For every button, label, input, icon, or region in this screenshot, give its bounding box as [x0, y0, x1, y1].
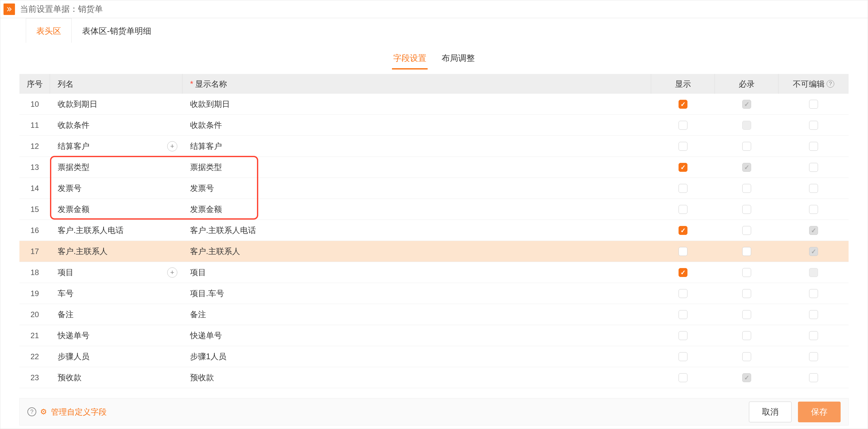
row-column-name: 客户.主联系人电话: [50, 220, 182, 240]
expand-toggle[interactable]: [3, 3, 15, 15]
row-index: 21: [20, 325, 50, 346]
sub-tab-1[interactable]: 布局调整: [440, 49, 476, 69]
show-checkbox[interactable]: [679, 226, 687, 235]
row-index: 13: [20, 157, 50, 177]
row-required-cell: [715, 262, 778, 283]
row-required-cell: [715, 241, 778, 262]
required-checkbox[interactable]: [742, 205, 751, 214]
noedit-checkbox[interactable]: [809, 289, 818, 298]
table-row: 20备注备注: [20, 304, 848, 325]
th-display-name-text: 显示名称: [195, 79, 227, 89]
required-checkbox[interactable]: [742, 310, 751, 319]
show-checkbox[interactable]: [679, 163, 687, 172]
row-display-name[interactable]: 票据类型: [182, 157, 651, 177]
show-checkbox[interactable]: [679, 100, 687, 109]
row-display-name[interactable]: 发票金额: [182, 199, 651, 220]
row-column-name: 票据类型: [50, 157, 182, 177]
required-checkbox[interactable]: [742, 226, 751, 235]
row-column-name: 备注: [50, 304, 182, 325]
row-display-name[interactable]: 项目.车号: [182, 283, 651, 304]
row-display-name[interactable]: 预收款: [182, 367, 651, 388]
row-column-name: 项目+: [50, 262, 182, 283]
row-display-name[interactable]: 步骤1人员: [182, 346, 651, 367]
show-checkbox[interactable]: [679, 247, 687, 256]
noedit-checkbox: [809, 268, 818, 277]
row-display-name[interactable]: 客户.主联系人电话: [182, 220, 651, 240]
help-icon[interactable]: ?: [827, 80, 834, 88]
manage-custom-fields-link[interactable]: ? ⚙ 管理自定义字段: [27, 407, 107, 417]
row-noedit-cell: [778, 115, 848, 136]
add-sub-field-button[interactable]: +: [167, 267, 177, 278]
table-row: 14发票号发票号: [20, 178, 848, 199]
row-index: 17: [20, 241, 50, 262]
noedit-checkbox[interactable]: [809, 184, 818, 193]
show-checkbox[interactable]: [679, 373, 687, 382]
row-column-name: 发票金额: [50, 199, 182, 220]
show-checkbox[interactable]: [679, 331, 687, 340]
row-display-name[interactable]: 项目: [182, 262, 651, 283]
required-checkbox[interactable]: [742, 268, 751, 277]
save-button[interactable]: 保存: [798, 402, 841, 422]
row-index: 11: [20, 115, 50, 136]
cancel-button[interactable]: 取消: [749, 402, 792, 422]
show-checkbox[interactable]: [679, 352, 687, 361]
row-show-cell: [651, 283, 715, 304]
main-tab-0[interactable]: 表头区: [26, 18, 72, 43]
row-noedit-cell: [778, 178, 848, 199]
bottom-bar: ? ⚙ 管理自定义字段 取消 保存: [20, 398, 848, 426]
row-show-cell: [651, 325, 715, 346]
noedit-checkbox[interactable]: [809, 163, 818, 172]
required-checkbox[interactable]: [742, 331, 751, 340]
noedit-checkbox[interactable]: [809, 142, 818, 151]
noedit-checkbox[interactable]: [809, 100, 818, 109]
table-row: 13票据类型票据类型: [20, 157, 848, 178]
row-display-name[interactable]: 收款到期日: [182, 94, 651, 114]
required-checkbox[interactable]: [742, 184, 751, 193]
row-required-cell: [715, 367, 778, 388]
field-table: 序号 列名 * 显示名称 显示 必录 不可编辑 ? 10收款到期日收款到期日11…: [20, 74, 848, 388]
show-checkbox[interactable]: [679, 121, 687, 130]
row-index: 20: [20, 304, 50, 325]
noedit-checkbox: [809, 226, 818, 235]
row-required-cell: [715, 157, 778, 177]
required-checkbox[interactable]: [742, 352, 751, 361]
noedit-checkbox[interactable]: [809, 121, 818, 130]
row-display-name[interactable]: 收款条件: [182, 115, 651, 136]
row-required-cell: [715, 136, 778, 156]
row-index: 15: [20, 199, 50, 220]
gear-icon: ⚙: [40, 407, 47, 416]
row-index: 12: [20, 136, 50, 156]
main-tab-1[interactable]: 表体区-销货单明细: [72, 18, 162, 43]
show-checkbox[interactable]: [679, 205, 687, 214]
row-noedit-cell: [778, 262, 848, 283]
table-row: 11收款条件收款条件: [20, 115, 848, 136]
required-checkbox[interactable]: [742, 289, 751, 298]
row-display-name[interactable]: 发票号: [182, 178, 651, 199]
noedit-checkbox[interactable]: [809, 310, 818, 319]
show-checkbox[interactable]: [679, 142, 687, 151]
show-checkbox[interactable]: [679, 268, 687, 277]
noedit-checkbox[interactable]: [809, 331, 818, 340]
required-checkbox[interactable]: [742, 247, 751, 256]
show-checkbox[interactable]: [679, 184, 687, 193]
row-display-name[interactable]: 结算客户: [182, 136, 651, 156]
show-checkbox[interactable]: [679, 289, 687, 298]
add-sub-field-button[interactable]: +: [167, 141, 177, 151]
row-noedit-cell: [778, 241, 848, 262]
row-noedit-cell: [778, 346, 848, 367]
required-checkbox: [742, 163, 751, 172]
required-checkbox[interactable]: [742, 142, 751, 151]
noedit-checkbox[interactable]: [809, 352, 818, 361]
noedit-checkbox[interactable]: [809, 373, 818, 382]
sub-tab-0[interactable]: 字段设置: [392, 49, 428, 69]
row-display-name[interactable]: 备注: [182, 304, 651, 325]
row-column-name: 车号: [50, 283, 182, 304]
chevron-right-double-icon: [7, 7, 12, 12]
show-checkbox[interactable]: [679, 310, 687, 319]
button-group: 取消 保存: [749, 402, 841, 422]
table-row: 12结算客户+结算客户: [20, 136, 848, 157]
row-display-name[interactable]: 快递单号: [182, 325, 651, 346]
noedit-checkbox[interactable]: [809, 205, 818, 214]
row-noedit-cell: [778, 136, 848, 156]
row-display-name[interactable]: 客户.主联系人: [182, 241, 651, 262]
